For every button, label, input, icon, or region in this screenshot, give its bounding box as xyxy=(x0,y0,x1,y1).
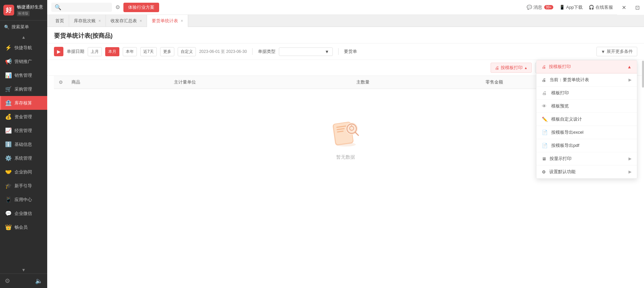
dropdown-item-export-pdf[interactable]: 📄 按模板导出pdf xyxy=(536,139,637,152)
sidebar-item-member[interactable]: 👑 畅会员 xyxy=(0,220,47,234)
export-excel-icon: 📄 xyxy=(542,130,548,135)
sidebar-item-inventory[interactable]: 🏦 库存核算 xyxy=(0,96,47,110)
date-btn-this-month[interactable]: 本月 xyxy=(105,47,119,56)
dropdown-item-template-print[interactable]: 🖨 模板打印 xyxy=(536,87,637,100)
table-settings-icon[interactable]: ⚙ xyxy=(59,79,63,85)
sidebar-item-quick-nav[interactable]: ⚡ 快捷导航 xyxy=(0,41,47,55)
sidebar-sound-icon[interactable]: 🔈 xyxy=(35,277,42,285)
dropdown-title: 按模板打印 xyxy=(549,64,571,70)
sidebar-settings-icon[interactable]: ⚙ xyxy=(5,277,10,285)
expand-conditions-btn[interactable]: ▼ 展开更多条件 xyxy=(596,47,637,56)
sidebar-item-wechat[interactable]: 💬 企业微信 xyxy=(0,206,47,220)
dropdown-item-display-print[interactable]: 🖥 按显示打印 ▶ xyxy=(536,152,637,165)
trial-button[interactable]: 体验行业方案 xyxy=(123,3,159,12)
sidebar-item-sales[interactable]: 📊 销售管理 xyxy=(0,68,47,82)
sidebar-item-operations[interactable]: 📈 经营管理 xyxy=(0,124,47,137)
tab-receipt-summary-label: 收发存汇总表 xyxy=(111,18,137,24)
template-preview-icon: 👁 xyxy=(542,103,548,109)
dropdown-item-export-excel[interactable]: 📄 按模板导出excel xyxy=(536,126,637,139)
sidebar-item-collab[interactable]: 🤝 企业协同 xyxy=(0,165,47,179)
dropdown-item-template-preview[interactable]: 👁 模板预览 xyxy=(536,100,637,113)
window-maximize-btn[interactable]: ⊡ xyxy=(631,0,644,15)
scrollbar-vertical[interactable] xyxy=(642,61,644,88)
date-label: 单据日期 xyxy=(67,49,84,55)
filter-collapse-btn[interactable]: ▶ xyxy=(54,47,63,56)
dropdown-item-template-custom[interactable]: ✏️ 模板自定义设计 xyxy=(536,113,637,126)
sidebar-scroll-up[interactable]: ▲ xyxy=(0,33,47,41)
window-controls: ✕ ⊡ xyxy=(617,0,644,15)
chevron-up-icon: ▲ xyxy=(524,66,527,70)
sidebar: 好 畅捷通好生意 标准版 🔍 搜索菜单 ▲ ⚡ 快捷导航 📢 营销推广 📊 销售… xyxy=(0,0,47,288)
date-btn-this-year[interactable]: 本年 xyxy=(123,47,137,56)
topbar: 🔍 ⚙ 体验行业方案 💬 消息 99+ 📱 App下载 🎧 在线客服 Rit ✕ xyxy=(47,0,644,15)
divider xyxy=(252,48,253,55)
dropdown-current-item[interactable]: 🖨 当前：要货单统计表 ▶ xyxy=(536,73,637,87)
content-area: 要货单统计表(按商品) ▶ 单据日期 上月 本月 本年 近7天 更多 自定义 2… xyxy=(47,27,644,288)
template-preview-label: 模板预览 xyxy=(551,103,569,109)
sales-icon: 📊 xyxy=(5,72,12,78)
finance-icon: 💰 xyxy=(5,114,12,120)
purchase-icon: 🛒 xyxy=(5,86,12,92)
export-pdf-label: 按模板导出pdf xyxy=(551,142,579,149)
default-func-arrow: ▶ xyxy=(628,169,632,174)
sidebar-bottom: ⚙ 🔈 xyxy=(0,274,47,288)
tab-inventory-batch[interactable]: 库存批次账 × xyxy=(69,15,106,27)
tab-order-stats-close[interactable]: × xyxy=(181,19,183,23)
topbar-search-input[interactable] xyxy=(63,5,107,10)
date-btn-last-month[interactable]: 上月 xyxy=(88,47,102,56)
topbar-search-box: 🔍 xyxy=(51,3,112,12)
sidebar-item-finance[interactable]: 💰 资金管理 xyxy=(0,110,47,124)
sidebar-search[interactable]: 🔍 搜索菜单 xyxy=(0,21,47,33)
template-print-btn[interactable]: 🖨 按模板打印 ▲ xyxy=(491,63,532,73)
sidebar-logo: 好 畅捷通好生意 标准版 xyxy=(0,0,47,21)
sidebar-item-label: 畅会员 xyxy=(14,224,28,230)
template-print-menu-icon: 🖨 xyxy=(542,90,548,96)
empty-icon xyxy=(329,116,362,150)
table-col-product: 商品 xyxy=(67,76,170,89)
sidebar-item-system[interactable]: ⚙️ 系统管理 xyxy=(0,151,47,165)
sidebar-item-purchase[interactable]: 🛒 采购管理 xyxy=(0,82,47,96)
topbar-gear-icon[interactable]: ⚙ xyxy=(115,4,120,10)
wechat-icon: 💬 xyxy=(5,210,12,217)
sidebar-nav: ⚡ 快捷导航 📢 营销推广 📊 销售管理 🛒 采购管理 🏦 库存核算 💰 资金管… xyxy=(0,41,47,266)
page-title: 要货单统计表(按商品) xyxy=(54,32,113,39)
tab-inventory-batch-close[interactable]: × xyxy=(98,19,101,23)
sidebar-item-label: 企业微信 xyxy=(14,211,32,217)
template-print-menu-label: 模板打印 xyxy=(551,90,569,96)
app-download-item[interactable]: 📱 App下载 xyxy=(559,4,583,10)
window-close-btn[interactable]: ✕ xyxy=(617,0,631,15)
sidebar-item-app-center[interactable]: 📱 应用中心 xyxy=(0,193,47,206)
sidebar-item-base-info[interactable]: ℹ️ 基础信息 xyxy=(0,137,47,151)
collab-icon: 🤝 xyxy=(5,169,12,175)
empty-illustration xyxy=(329,116,362,150)
table-col-qty: 主数量 xyxy=(352,76,481,89)
member-icon: 👑 xyxy=(5,224,12,230)
date-btn-custom[interactable]: 自定义 xyxy=(178,47,196,56)
online-service-label: 在线客服 xyxy=(595,4,613,10)
type-label: 单据类型 xyxy=(258,49,275,55)
template-print-label: 按模板打印 xyxy=(501,65,523,71)
sidebar-item-newbie[interactable]: 🎓 新手引导 xyxy=(0,179,47,193)
tab-receipt-summary-close[interactable]: × xyxy=(140,19,142,23)
sidebar-item-label: 资金管理 xyxy=(14,114,32,120)
date-btn-7days[interactable]: 近7天 xyxy=(140,47,157,56)
dropdown-up-icon[interactable]: ▲ xyxy=(627,64,632,69)
main-area: 🔍 ⚙ 体验行业方案 💬 消息 99+ 📱 App下载 🎧 在线客服 Rit ✕ xyxy=(47,0,644,288)
tab-order-stats[interactable]: 要货单统计表 × xyxy=(147,15,188,27)
tab-receipt-summary[interactable]: 收发存汇总表 × xyxy=(106,15,147,27)
sidebar-item-marketing[interactable]: 📢 营销推广 xyxy=(0,55,47,68)
base-info-icon: ℹ️ xyxy=(5,141,12,148)
tab-home[interactable]: 首页 xyxy=(51,15,69,27)
app-tag: 标准版 xyxy=(17,11,30,16)
display-print-label: 按显示打印 xyxy=(550,156,572,162)
notifications-item[interactable]: 💬 消息 99+ xyxy=(527,4,553,10)
date-btn-more[interactable]: 更多 xyxy=(160,47,174,56)
sidebar-scroll-down[interactable]: ▼ xyxy=(0,266,47,274)
template-custom-icon: ✏️ xyxy=(542,117,548,122)
type-select[interactable]: ▼ xyxy=(279,47,333,56)
dropdown-item-default-func[interactable]: ⚙ 设置默认功能 ▶ xyxy=(536,165,637,179)
notifications-label: 消息 xyxy=(533,4,542,10)
empty-text: 暂无数据 xyxy=(336,154,355,160)
online-service-item[interactable]: 🎧 在线客服 xyxy=(589,4,613,10)
export-excel-label: 按模板导出excel xyxy=(551,129,583,135)
